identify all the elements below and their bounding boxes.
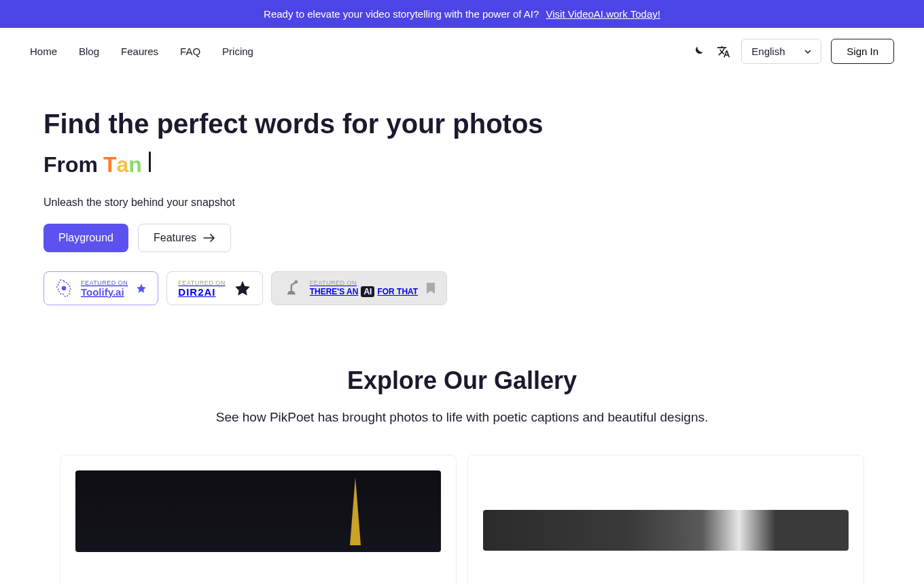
star-icon [136,283,147,294]
hero-subhead: Unleash the story behind your snapshot [43,196,881,209]
hero-from-line: From Tan [43,152,881,177]
dir2ai-brand: DIR2AI [178,286,225,298]
toolify-brand: Toolify.ai [81,286,128,298]
nav-features[interactable]: Feaures [121,46,158,57]
hero-ctas: Playground Features [43,224,881,252]
typed-char: T [103,152,117,177]
dark-mode-icon[interactable] [690,44,706,60]
gallery-subtitle: See how PikPoet has brought photos to li… [43,410,881,425]
bookmark-icon [426,282,436,294]
language-value: English [751,46,785,57]
svg-point-0 [62,286,67,291]
typing-cursor-icon [149,152,151,172]
gallery-card[interactable] [60,455,457,584]
nav-right: English Sign In [690,39,894,64]
nav-home[interactable]: Home [30,46,57,57]
promo-banner: Ready to elevate your video storytelling… [0,0,924,28]
translate-icon[interactable] [715,44,732,60]
featured-badges: FEATURED ON Toolify.ai FEATURED ON DIR2A… [43,271,881,305]
features-button[interactable]: Features [138,224,231,252]
featured-label: FEATURED ON [178,279,225,286]
featured-label: FEATURED ON [81,279,128,286]
language-select[interactable]: English [741,39,821,64]
featured-label: FEATURED ON [310,279,419,286]
signin-button[interactable]: Sign In [831,39,894,64]
gallery-card[interactable] [467,455,864,584]
hero-headline: Find the perfect words for your photos [43,109,881,139]
gallery-image [483,510,849,551]
gear-icon [55,279,73,297]
taaft-brand: THERE'S AN AI FOR THAT [310,286,419,297]
nav-blog[interactable]: Blog [79,46,99,57]
chevron-down-icon [804,50,811,54]
star-icon [234,279,251,297]
badge-toolify[interactable]: FEATURED ON Toolify.ai [43,271,158,305]
gallery-title: Explore Our Gallery [43,366,881,395]
navbar: Home Blog Feaures FAQ Pricing English Si… [0,28,924,75]
nav-links: Home Blog Feaures FAQ Pricing [30,46,253,57]
robot-arm-icon [283,279,302,298]
playground-button[interactable]: Playground [43,224,128,252]
gallery-image [75,470,441,552]
typed-char: a [117,152,129,177]
banner-link[interactable]: Visit VideoAI.work Today! [546,8,660,20]
typed-text: Tan [103,152,142,177]
svg-point-1 [294,280,298,284]
arrow-right-icon [203,234,215,242]
hero-section: Find the perfect words for your photos F… [0,75,924,326]
eiffel-tower-icon [350,477,361,545]
from-prefix: From [43,152,98,177]
nav-faq[interactable]: FAQ [180,46,200,57]
badge-taaft[interactable]: FEATURED ON THERE'S AN AI FOR THAT [271,271,448,305]
nav-pricing[interactable]: Pricing [222,46,253,57]
features-button-label: Features [154,232,196,244]
typed-char: n [128,152,142,177]
banner-text: Ready to elevate your video storytelling… [264,8,539,20]
gallery-cards [43,455,881,584]
gallery-section: Explore Our Gallery See how PikPoet has … [0,326,924,584]
badge-dir2ai[interactable]: FEATURED ON DIR2AI [166,271,262,305]
